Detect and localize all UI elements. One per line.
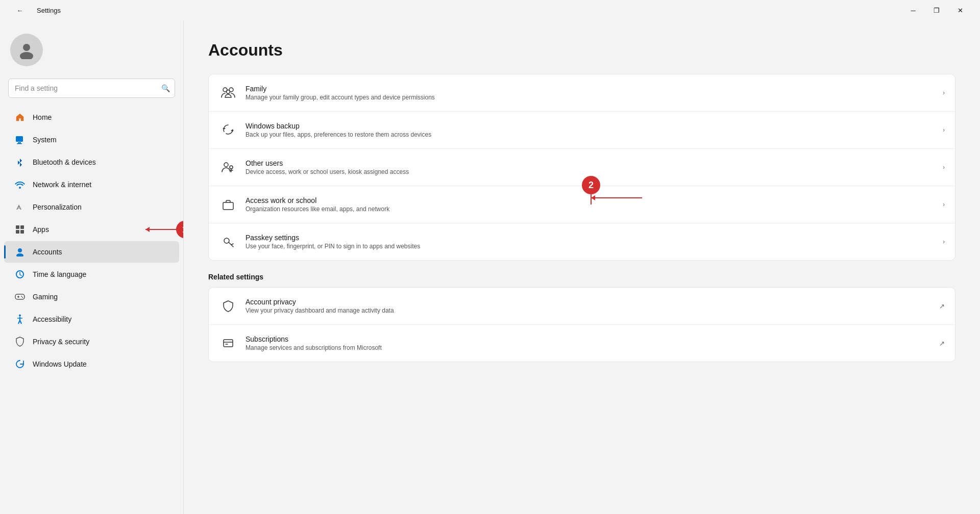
other-users-chevron: › [943,164,945,171]
subscriptions-external: ↗ [939,340,945,347]
settings-item-passkey[interactable]: Passkey settings Use your face, fingerpr… [209,223,955,260]
other-users-desc: Device access, work or school users, kio… [246,168,943,175]
back-button[interactable]: ← [8,0,32,20]
sidebar: 🔍 Home System B [0,20,184,514]
sidebar-item-home-label: Home [33,113,52,121]
sidebar-item-network-label: Network & internet [33,181,91,189]
family-title: Family [246,85,943,93]
sidebar-item-system-label: System [33,136,57,144]
bluetooth-icon [14,157,26,168]
update-icon [14,358,26,370]
backup-title: Windows backup [246,122,943,130]
sidebar-item-gaming[interactable]: Gaming [4,286,179,307]
sidebar-item-bluetooth-label: Bluetooth & devices [33,158,96,166]
work-desc: Organization resources like email, apps,… [246,205,943,213]
family-desc: Manage your family group, edit account t… [246,94,943,101]
settings-item-other-users[interactable]: Other users Device access, work or schoo… [209,148,955,186]
main-content: Accounts Family Manage your family group… [184,20,980,514]
svg-rect-35 [224,340,233,347]
shield-icon [219,297,237,315]
other-users-title: Other users [246,159,943,167]
nav-home-wrapper: Home [0,106,183,128]
sidebar-item-apps[interactable]: Apps [4,219,179,240]
sidebar-item-apps-label: Apps [33,225,49,234]
settings-item-backup[interactable]: Windows backup Back up your files, apps,… [209,111,955,148]
related-settings-label: Related settings [208,273,955,281]
svg-rect-8 [20,225,24,229]
svg-point-18 [22,297,23,298]
svg-rect-10 [20,230,24,234]
family-text: Family Manage your family group, edit ac… [246,85,943,101]
account-privacy-external: ↗ [939,302,945,310]
svg-point-1 [20,52,33,59]
svg-rect-31 [223,202,233,210]
account-privacy-desc: View your privacy dashboard and manage a… [246,307,939,314]
maximize-button[interactable]: ❐ [925,0,948,20]
work-icon [219,195,237,214]
svg-rect-7 [16,225,19,229]
sidebar-item-accounts[interactable]: Accounts [4,241,179,263]
settings-item-work[interactable]: Access work or school Organization resou… [209,186,955,223]
sidebar-item-time-label: Time & language [33,270,86,278]
search-input[interactable] [8,79,175,98]
backup-chevron: › [943,126,945,134]
sidebar-item-time[interactable]: Time & language [4,264,179,285]
nav-gaming-wrapper: Gaming [0,286,183,308]
svg-rect-4 [17,143,22,144]
passkey-text: Passkey settings Use your face, fingerpr… [246,234,943,250]
subscriptions-icon [219,334,237,352]
title-bar: ← Settings ─ ❐ ✕ [0,0,980,20]
sidebar-item-system[interactable]: System [4,129,179,150]
home-icon [14,112,26,123]
passkey-desc: Use your face, fingerprint, or PIN to si… [246,243,943,250]
account-privacy-title: Account privacy [246,298,939,306]
minimize-button[interactable]: ─ [901,0,925,20]
sidebar-item-privacy[interactable]: Privacy & security [4,331,179,352]
related-settings-card: Account privacy View your privacy dashbo… [208,287,955,362]
apps-icon [14,224,26,235]
subscriptions-title: Subscriptions [246,335,939,343]
avatar-section [0,25,183,79]
svg-rect-9 [16,230,19,234]
nav-apps-wrapper: Apps 1 [0,218,183,241]
svg-line-34 [231,244,233,245]
svg-point-11 [18,248,22,252]
other-users-icon [219,158,237,176]
network-icon [14,179,26,190]
subscriptions-text: Subscriptions Manage services and subscr… [246,335,939,351]
sidebar-item-update[interactable]: Windows Update [4,353,179,375]
sidebar-item-accessibility[interactable]: Accessibility [4,309,179,330]
sidebar-item-accessibility-label: Accessibility [33,315,71,323]
sidebar-item-network[interactable]: Network & internet [4,174,179,195]
backup-text: Windows backup Back up your files, apps,… [246,122,943,138]
svg-point-12 [16,253,23,256]
sidebar-item-bluetooth[interactable]: Bluetooth & devices [4,151,179,173]
sidebar-item-personalization[interactable]: Personalization [4,196,179,218]
accounts-icon [14,246,26,258]
avatar[interactable] [10,34,43,66]
personalization-icon [14,201,26,213]
search-box: 🔍 [8,79,175,98]
work-text: Access work or school Organization resou… [246,196,943,213]
svg-point-26 [227,90,230,94]
window-controls: ─ ❐ ✕ [901,0,972,20]
system-icon [14,134,26,145]
settings-item-account-privacy[interactable]: Account privacy View your privacy dashbo… [209,288,955,324]
sidebar-item-gaming-label: Gaming [33,293,58,301]
nav-network-wrapper: Network & internet [0,173,183,196]
nav-system-wrapper: System [0,128,183,151]
sidebar-item-home[interactable]: Home [4,107,179,128]
svg-rect-3 [18,142,21,143]
nav-privacy-wrapper: Privacy & security [0,330,183,353]
nav-bluetooth-wrapper: Bluetooth & devices [0,151,183,173]
settings-item-subscriptions[interactable]: Subscriptions Manage services and subscr… [209,324,955,362]
nav-accessibility-wrapper: Accessibility [0,308,183,330]
family-chevron: › [943,89,945,96]
other-users-text: Other users Device access, work or schoo… [246,159,943,175]
app-container: 🔍 Home System B [0,20,980,514]
svg-rect-14 [15,294,24,299]
svg-rect-2 [16,136,23,142]
time-icon [14,269,26,280]
settings-item-family[interactable]: Family Manage your family group, edit ac… [209,74,955,111]
close-button[interactable]: ✕ [948,0,972,20]
